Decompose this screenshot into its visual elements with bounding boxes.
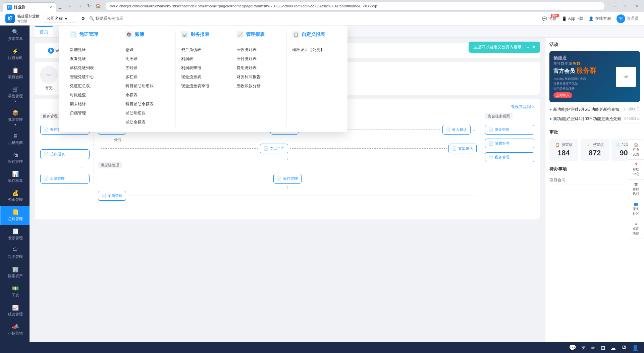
dropdown-item-aux-balance[interactable]: 辅助余额表 — [125, 118, 170, 127]
tab-home[interactable]: 首页 — [35, 26, 53, 37]
layout-icon[interactable]: ⊞ — [601, 345, 605, 351]
sidebar-item-inventory[interactable]: 📊 库存核算 — [0, 167, 30, 187]
dropdown-item-aux-detail[interactable]: 辅助明细账 — [125, 109, 170, 118]
flow-node-expense-contract[interactable]: 📄 支出合同 — [260, 144, 288, 153]
flow-node-capital-mgmt[interactable]: 📄 资金管理 — [485, 125, 534, 135]
forward-button[interactable]: → — [75, 2, 84, 10]
sidebar-item-ops[interactable]: 📈 经营管理 — [0, 301, 30, 320]
sidebar-item-search[interactable]: 🔍 搜索菜单 — [0, 26, 30, 45]
news-item-1[interactable]: ●新功能|好业财3月6日功能更新抢先知 03月06日 — [549, 105, 640, 114]
dropdown-item-carry-forward[interactable]: 期末结转 — [70, 100, 114, 109]
flow-node-expense-confirm[interactable]: 📄 支出确认 — [448, 144, 477, 153]
dropdown-item-draft-list[interactable]: 草稿凭证列表 — [70, 63, 114, 72]
sidebar-item-assets[interactable]: 🏢 固定资产 — [0, 263, 30, 282]
sidebar-item-general[interactable]: 📒 总账管理 — [0, 206, 30, 225]
flow-node-tax-mgmt[interactable]: 📄 税务管理 — [485, 152, 534, 162]
expense-contract-icon: 📄 — [264, 146, 268, 151]
user-bottom-icon[interactable]: 👤 — [632, 345, 639, 351]
flow-node-payroll[interactable]: 📄 工资管理 — [40, 174, 90, 184]
flow-node-revenue-confirm[interactable]: 📄 收入确认 — [442, 125, 471, 135]
tool-home-settings[interactable]: 🏠 首页设置 — [628, 140, 644, 160]
app-download-btn[interactable]: 📱 App下载 — [562, 16, 583, 21]
chat-icon[interactable]: 💬 — [569, 344, 576, 351]
flow-node-general-report[interactable]: 📄 总账报表 — [40, 149, 90, 159]
flow-node-invoice-mgmt[interactable]: 📄 发票管理 — [485, 139, 534, 148]
address-bar[interactable]: cloud.chanjet.com/cc/u6d89qwnryel/57bfsk… — [105, 2, 605, 10]
dropdown-item-multi-col[interactable]: 多栏账 — [125, 72, 170, 82]
banner-line2: 享社群专属 权益 — [553, 61, 607, 66]
sidebar-item-label-retail: 零售管理 — [8, 94, 23, 99]
dropdown-item-new-voucher[interactable]: 新增凭证 — [70, 45, 114, 54]
flow-setup-link[interactable]: 去设置流程 > — [511, 104, 534, 110]
user-avatar[interactable]: 管 管理员 — [616, 14, 639, 23]
dropdown-item-cashflow-quarterly[interactable]: 现金流量表季报 — [181, 82, 226, 91]
dropdown-item-income-quarterly[interactable]: 利润表季报 — [181, 63, 226, 72]
lang-btn[interactable]: 英 — [582, 345, 586, 351]
tool-desktop[interactable]: 🖥 桌面快捷 — [628, 219, 644, 239]
sidebar-item-quick[interactable]: ⚡ 快捷导航 — [0, 45, 30, 64]
refresh-button[interactable]: ↻ — [85, 2, 93, 10]
dropdown-item-general-ledger[interactable]: 总账 — [125, 45, 170, 54]
approval-card-approved[interactable]: ✔ 已审核 872 — [581, 139, 609, 161]
body-layout: 🔍 搜索菜单 ⚡ 快捷导航 📋 项目合同 🛒 零售管理 ▼ 📦 批发管理 ▼ — [0, 26, 644, 353]
flow-h-dashed-4 — [290, 148, 447, 149]
settings-btn[interactable]: ⚙ — [81, 16, 85, 21]
flow-node-purchase[interactable]: 📄 采购管理 — [98, 191, 126, 201]
new-tab-button[interactable]: + — [56, 6, 63, 12]
dropdown-item-expense-stats[interactable]: 费用统计表 — [236, 63, 281, 72]
dropdown-item-reconcile[interactable]: 对账检查 — [70, 91, 114, 100]
sidebar-item-project[interactable]: 📋 项目合同 — [0, 64, 30, 83]
dropdown-item-ap-stats[interactable]: 应付统计表 — [236, 54, 281, 63]
sidebar-item-payroll[interactable]: 💵 工资 — [0, 282, 30, 301]
flow-node-inventory[interactable]: 📄 库存管理 — [273, 174, 302, 184]
minimize-button[interactable]: — — [610, 1, 620, 11]
dropdown-item-ar-stats[interactable]: 应收统计表 — [236, 45, 281, 54]
dropdown-item-profit-report[interactable]: 财务利润报告 — [236, 72, 281, 82]
back-button[interactable]: ← — [66, 2, 74, 10]
todo-item-project[interactable]: 项目合同 — [549, 175, 640, 185]
sidebar-item-finance[interactable]: 💰 资金管理 — [0, 187, 30, 206]
search-demo[interactable]: 🔍 我要看实例演示 — [89, 16, 123, 21]
dropdown-item-view-voucher[interactable]: 查看凭证 — [70, 54, 114, 63]
approval-card-pending[interactable]: 📋 待审核 184 — [549, 139, 578, 161]
dropdown-item-subject-detail[interactable]: 科目辅助明细账 — [125, 82, 170, 91]
join-btn[interactable]: 立即加入 — [553, 92, 572, 98]
dropdown-item-voucher-summary[interactable]: 凭证汇总表 — [70, 82, 114, 91]
news-item-2[interactable]: ●新功能|好业财4月03日功能更新抢先知 04月03日 — [549, 114, 640, 124]
dropdown-item-balance-sheet[interactable]: 资产负债表 — [181, 45, 226, 54]
dropdown-item-subject-balance[interactable]: 科目辅助余额表 — [125, 100, 170, 109]
dropdown-item-cashflow[interactable]: 现金流量表 — [181, 72, 226, 82]
tool-community[interactable]: 👥 服务社区 — [628, 199, 644, 219]
flow-split-row: 分包 — [98, 137, 477, 142]
active-tab[interactable]: 好 好业财 ✕ — [3, 2, 56, 12]
sidebar-item-purchase[interactable]: 🛍 采购管理 — [0, 149, 30, 167]
dropdown-item-archive[interactable]: 归档管理 — [70, 109, 114, 118]
monitor-icon[interactable]: 🖥 — [621, 345, 627, 351]
tab-close-btn[interactable]: ✕ — [49, 5, 52, 9]
sidebar-item-tax[interactable]: 🏛 税务管理 — [0, 244, 30, 263]
dropdown-item-income[interactable]: 利润表 — [181, 54, 226, 63]
sidebar-item-marketing[interactable]: 📣 小畅营销 — [0, 320, 30, 339]
quick-icon-1[interactable]: Icon 暂无 — [40, 66, 58, 91]
dropdown-item-sequence-ledger[interactable]: 序时账 — [125, 63, 170, 72]
cloud-icon[interactable]: ☁ — [610, 345, 616, 351]
sidebar-item-wholesale[interactable]: 📦 批发管理 ▼ — [0, 106, 30, 130]
company-selector[interactable]: 公司名称 ▼ — [44, 15, 77, 22]
dropdown-item-template-design[interactable]: 模板设计【公测】 — [292, 45, 337, 54]
dropdown-item-detail-ledger[interactable]: 明细账 — [125, 54, 170, 63]
online-service-btn[interactable]: 👤 在线客服 — [589, 16, 611, 21]
sidebar-item-invoice[interactable]: 🧾 发票管理 — [0, 225, 30, 244]
tool-service[interactable]: ☎ 客服热线 — [628, 180, 644, 199]
maximize-button[interactable]: □ — [621, 1, 631, 11]
messages-btn[interactable]: 💬 消息 99+ — [542, 16, 556, 21]
dropdown-item-ar-analysis[interactable]: 应收账款分析 — [236, 82, 281, 91]
home-button[interactable]: 🏠 — [94, 2, 102, 10]
edit-icon[interactable]: ✏ — [591, 345, 595, 351]
sidebar-item-retail[interactable]: 🛒 零售管理 ▼ — [0, 83, 30, 106]
close-window-button[interactable]: ✕ — [632, 1, 641, 11]
top-right: 💬 消息 99+ 📱 App下载 👤 在线客服 管 管理员 — [542, 14, 639, 23]
sidebar-item-ecommerce[interactable]: 🖥 小畅电商 — [0, 130, 30, 149]
dropdown-item-smart-center[interactable]: 智能凭证中心 — [70, 72, 114, 82]
tool-help[interactable]: ❓ 帮助中心 — [628, 160, 644, 180]
dropdown-item-balance-table[interactable]: 余额表 — [125, 91, 170, 100]
